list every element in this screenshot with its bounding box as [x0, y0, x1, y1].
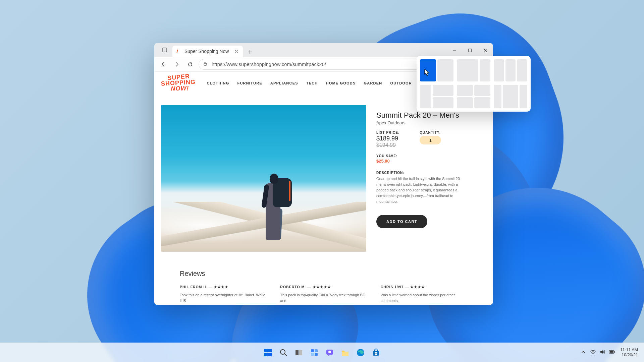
you-save-amount: $25.00	[376, 159, 399, 164]
review-body: This pack is top-quality. Did a 7-day tr…	[280, 292, 367, 303]
product-section: Summit Pack 20 – Men's Apex Outdoors LIS…	[161, 105, 486, 252]
snap-zone[interactable]	[520, 85, 527, 108]
window-close-button[interactable]	[478, 44, 493, 57]
nav-item-tech[interactable]: TECH	[306, 81, 318, 85]
nav-item-clothing[interactable]: CLOTHING	[207, 81, 229, 85]
nav-item-outdoor[interactable]: OUTDOOR	[390, 81, 412, 85]
tab-title: Super Shopping Now	[184, 49, 231, 54]
snap-zone[interactable]	[494, 85, 501, 108]
description-label: DESCRIPTION:	[376, 171, 486, 175]
review-author: ROBERTO M. — ★★★★★	[280, 285, 367, 289]
taskbar-time: 11:11 AM	[620, 348, 638, 352]
quantity-stepper[interactable]: 1	[420, 136, 441, 144]
browser-titlebar: ! Super Shopping Now	[154, 43, 493, 57]
tab-close-button[interactable]	[233, 48, 239, 54]
taskbar-task-view-button[interactable]	[292, 346, 305, 359]
snap-zone[interactable]	[474, 97, 490, 108]
product-price: $189.99	[376, 135, 399, 142]
product-info: Summit Pack 20 – Men's Apex Outdoors LIS…	[376, 105, 486, 252]
lock-icon	[203, 61, 208, 67]
systray-wifi-icon[interactable]	[590, 349, 596, 356]
site-logo[interactable]: SUPER SHOPPING NOW!	[161, 73, 196, 93]
snap-zone[interactable]	[474, 85, 490, 96]
nav-item-appliances[interactable]: APPLIANCES	[270, 81, 298, 85]
snap-zone[interactable]	[420, 85, 431, 108]
snap-layout-25-50-25[interactable]	[494, 85, 527, 108]
svg-rect-5	[264, 349, 268, 352]
svg-rect-19	[342, 352, 348, 356]
review-author: CHRIS 1997 — ★★★★	[381, 285, 468, 289]
review-author: PHIL FROM IL — ★★★★	[180, 285, 267, 289]
systray-volume-icon[interactable]	[599, 349, 605, 356]
snap-zone[interactable]	[517, 59, 527, 81]
snap-zone[interactable]	[433, 85, 453, 96]
snap-zone[interactable]	[433, 97, 453, 108]
svg-rect-23	[376, 352, 378, 354]
nav-item-garden[interactable]: GARDEN	[364, 81, 382, 85]
snap-zone[interactable]	[457, 85, 473, 96]
product-old-price: $194.99	[376, 142, 399, 148]
snap-zone[interactable]	[494, 59, 504, 81]
taskbar-widgets-button[interactable]	[308, 346, 321, 359]
svg-rect-24	[375, 354, 376, 355]
snap-layout-left-stack[interactable]	[420, 85, 453, 108]
start-button[interactable]	[262, 346, 274, 359]
svg-rect-25	[376, 354, 378, 355]
browser-tab[interactable]: ! Super Shopping Now	[172, 46, 243, 57]
taskbar-chat-button[interactable]	[323, 346, 336, 359]
svg-line-10	[285, 354, 287, 356]
new-tab-button[interactable]	[245, 47, 255, 57]
maximize-icon	[468, 49, 472, 52]
systray-overflow-button[interactable]	[581, 350, 585, 355]
svg-rect-11	[296, 350, 299, 355]
svg-rect-22	[375, 352, 376, 354]
windows-logo-icon	[264, 348, 272, 357]
window-maximize-button[interactable]	[462, 44, 478, 57]
product-description: Gear up and hit the trail in style with …	[376, 176, 464, 204]
snap-zone[interactable]	[457, 59, 478, 81]
taskbar-file-explorer[interactable]	[339, 346, 352, 359]
svg-rect-4	[204, 63, 207, 65]
snap-zone[interactable]	[437, 59, 453, 81]
snap-zone[interactable]	[457, 97, 473, 108]
systray-battery-icon[interactable]	[609, 350, 615, 355]
add-to-cart-button[interactable]: ADD TO CART	[376, 215, 427, 228]
nav-item-home-goods[interactable]: HOME GOODS	[326, 81, 356, 85]
snap-zone[interactable]	[503, 85, 518, 108]
nav-item-furniture[interactable]: FURNITURE	[237, 81, 262, 85]
snap-layout-quad[interactable]	[457, 85, 490, 108]
svg-rect-15	[311, 353, 314, 356]
taskbar-store[interactable]	[370, 346, 382, 359]
window-controls	[447, 44, 493, 57]
svg-rect-12	[299, 350, 302, 355]
you-save-label: YOU SAVE:	[376, 154, 399, 158]
taskbar-edge[interactable]	[354, 346, 367, 359]
nav-back-button[interactable]	[158, 59, 168, 69]
snap-layout-thirds[interactable]	[494, 59, 527, 81]
reviews-heading: Reviews	[180, 270, 468, 278]
task-view-icon	[294, 348, 303, 357]
search-icon	[279, 348, 288, 357]
tab-actions-icon	[162, 47, 167, 53]
svg-rect-16	[315, 353, 318, 356]
product-hero-image	[161, 105, 366, 252]
minimize-icon	[452, 48, 457, 52]
nav-refresh-button[interactable]	[185, 59, 195, 69]
product-brand: Apex Outdoors	[376, 120, 486, 125]
svg-rect-6	[268, 349, 272, 352]
taskbar-clock[interactable]: 11:11 AM 10/20/21	[620, 348, 638, 357]
taskbar-search-button[interactable]	[277, 346, 290, 359]
window-minimize-button[interactable]	[447, 44, 462, 57]
nav-forward-button[interactable]	[172, 59, 182, 69]
svg-point-26	[593, 354, 593, 354]
taskbar-systray: 11:11 AM 10/20/21	[581, 348, 644, 357]
product-title: Summit Pack 20 – Men's	[376, 111, 486, 120]
mouse-cursor-icon	[424, 69, 430, 76]
tab-actions-button[interactable]	[159, 44, 170, 56]
snap-zone[interactable]	[480, 59, 490, 81]
snap-zone[interactable]	[505, 59, 516, 81]
svg-rect-7	[264, 353, 268, 356]
snap-layout-70-30[interactable]	[457, 59, 490, 81]
svg-rect-29	[614, 351, 615, 353]
svg-rect-8	[268, 353, 272, 356]
